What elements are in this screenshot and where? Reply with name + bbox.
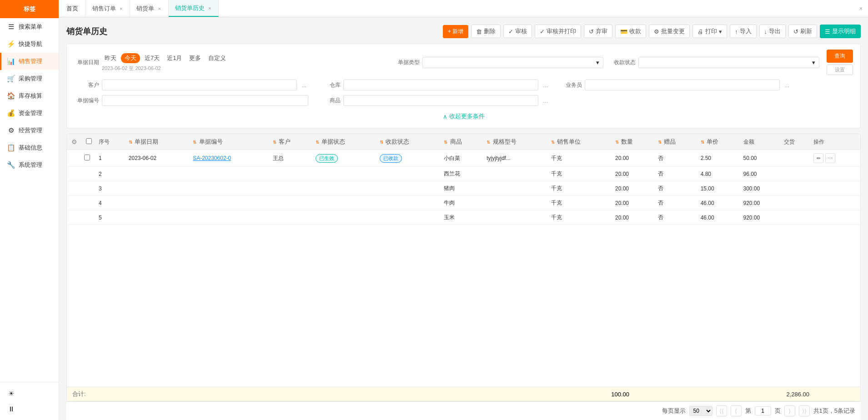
date-btn-more[interactable]: 更多 xyxy=(186,53,204,63)
refresh-button[interactable]: ↺ 刷新 xyxy=(788,25,817,38)
toolbar: + 新增 🗑 删除 ✓ 审核 ✓ 审核并打印 ↺ 弃审 xyxy=(443,25,861,38)
page-prev-button[interactable]: ⟨ xyxy=(731,405,742,416)
doc-no-input[interactable] xyxy=(102,95,308,106)
doc-type-select[interactable]: ▾ xyxy=(422,57,603,68)
select-all-checkbox[interactable] xyxy=(86,138,92,144)
per-page-select[interactable]: 50 100 xyxy=(689,406,712,416)
sidebar-item-quick-nav[interactable]: ⚡ 快捷导航 xyxy=(0,35,59,53)
page-number-input[interactable] xyxy=(755,406,771,415)
date-btn-custom[interactable]: 自定义 xyxy=(206,53,229,63)
page-last-button[interactable]: ⟩⟩ xyxy=(799,405,810,416)
filter-collect-status: 收款状态 ▾ xyxy=(611,57,819,68)
sidebar-item-search-menu[interactable]: ☰ 搜索菜单 xyxy=(0,18,59,35)
cell-doc-status-3 xyxy=(313,196,377,210)
warehouse-input[interactable] xyxy=(343,80,538,90)
cell-qty-4: 20.00 xyxy=(612,210,655,225)
th-goods[interactable]: ⇅ 商品 xyxy=(441,134,484,150)
abandon-icon: ↺ xyxy=(589,28,594,35)
sidebar-item-sales-mgmt[interactable]: 📊 销售管理 xyxy=(0,53,59,70)
cell-goods-3: 牛肉 xyxy=(441,196,484,210)
cell-no-3: 4 xyxy=(96,196,126,210)
sun-icon: ☀ xyxy=(7,390,15,398)
edit-action-button[interactable]: ✏ xyxy=(813,153,823,163)
tab-sales-goods-close[interactable]: × xyxy=(157,5,161,12)
query-button[interactable]: 查询 xyxy=(827,50,853,63)
delete-button[interactable]: 🗑 删除 xyxy=(471,25,501,38)
page-next-button[interactable]: ⟩ xyxy=(784,405,795,416)
abandon-button[interactable]: ↺ 弃审 xyxy=(584,25,612,38)
th-customer[interactable]: ⇅ 客户 xyxy=(270,134,313,150)
warehouse-label: 仓库 xyxy=(316,81,341,89)
sidebar-item-purchase-mgmt[interactable]: 🛒 采购管理 xyxy=(0,70,59,87)
sidebar-item-label: 销售管理 xyxy=(19,57,42,65)
warehouse-ellipsis[interactable]: ... xyxy=(541,82,550,89)
goods-ellipsis[interactable]: ... xyxy=(541,97,550,104)
search-menu-icon: ☰ xyxy=(7,23,15,31)
tab-sales-order-close[interactable]: × xyxy=(119,5,123,12)
sort-doc-no-icon: ⇅ xyxy=(193,140,196,145)
collapse-conditions-button[interactable]: ∧ 收起更多条件 xyxy=(74,110,853,122)
import-button[interactable]: ↑ 导入 xyxy=(730,25,757,38)
collect-status-select[interactable]: ▾ xyxy=(638,57,819,68)
batch-change-button[interactable]: ⚙ 批量变更 xyxy=(649,25,690,38)
th-price[interactable]: ⇅ 单价 xyxy=(698,134,741,150)
date-btn-today[interactable]: 今天 xyxy=(121,53,140,63)
export-button[interactable]: ↓ 导出 xyxy=(759,25,786,38)
show-details-button[interactable]: ☰ 显示明细 xyxy=(820,25,861,38)
goods-input[interactable] xyxy=(343,95,538,106)
tab-sales-goods[interactable]: 销货单 × xyxy=(130,0,168,17)
tab-sales-history-label: 销货单历史 xyxy=(175,4,205,12)
close-all-tabs-button[interactable]: × xyxy=(854,5,868,12)
salesman-ellipsis[interactable]: ... xyxy=(783,82,791,89)
audit-button[interactable]: ✓ 审核 xyxy=(503,25,532,38)
cell-gear-4 xyxy=(67,210,81,225)
th-gift[interactable]: ⇅ 赠品 xyxy=(655,134,698,150)
th-date[interactable]: ⇅ 单据日期 xyxy=(126,134,190,150)
date-btn-1month[interactable]: 近1月 xyxy=(164,53,185,63)
sidebar-item-basic-info[interactable]: 📋 基础信息 xyxy=(0,139,59,156)
cell-doc-no-0[interactable]: SA-20230602-0 xyxy=(190,150,270,167)
sidebar-item-label: 采购管理 xyxy=(19,75,42,83)
th-qty[interactable]: ⇅ 数量 xyxy=(612,134,655,150)
tab-home[interactable]: 首页 xyxy=(59,0,86,17)
salesman-input[interactable] xyxy=(585,80,780,90)
cell-date-2 xyxy=(126,181,190,196)
th-spec[interactable]: ⇅ 规格型号 xyxy=(484,134,548,150)
cell-amount-3: 920.00 xyxy=(741,196,781,210)
cell-action-2 xyxy=(811,181,860,196)
cell-collect-status-0: 已收款 xyxy=(377,150,441,167)
page-first-button[interactable]: ⟨⟨ xyxy=(716,405,727,416)
sort-goods-icon: ⇅ xyxy=(444,140,447,145)
content-area: 销货单历史 + 新增 🗑 删除 ✓ 审核 ✓ 审核并打印 ↺ 弃审 xyxy=(59,17,868,420)
th-doc-status[interactable]: ⇅ 单据状态 xyxy=(313,134,377,150)
th-unit[interactable]: ⇅ 销售单位 xyxy=(548,134,612,150)
sidebar-item-finance-mgmt[interactable]: 💰 资金管理 xyxy=(0,105,59,122)
th-doc-no[interactable]: ⇅ 单据编号 xyxy=(190,134,270,150)
sidebar-item-ops-mgmt[interactable]: ⚙ 经营管理 xyxy=(0,122,59,139)
print-button[interactable]: 🖨 打印 ▾ xyxy=(692,25,727,38)
sidebar-item-sys-mgmt[interactable]: 🔧 系统管理 xyxy=(0,156,59,174)
collapse-label: 收起更多条件 xyxy=(449,112,485,120)
tab-sales-order[interactable]: 销售订单 × xyxy=(86,0,130,17)
row-checkbox[interactable] xyxy=(84,155,90,160)
tab-sales-history-close[interactable]: × xyxy=(207,5,212,12)
collect-button[interactable]: 💳 收款 xyxy=(615,25,646,38)
th-collect-status[interactable]: ⇅ 收款状态 xyxy=(377,134,441,150)
audit-print-button[interactable]: ✓ 审核并打印 xyxy=(535,25,581,38)
tab-sales-history[interactable]: 销货单历史 × xyxy=(169,0,219,17)
cell-doc-no-1 xyxy=(190,167,270,181)
date-btn-7days[interactable]: 近7天 xyxy=(142,53,162,63)
table-row: 2 西兰花 千克 20.00 否 4.80 96.00 xyxy=(67,167,860,181)
sidebar-item-sun[interactable]: ☀ xyxy=(0,386,59,401)
more-action-button[interactable]: ⋯ xyxy=(825,153,835,163)
sidebar-item-pause[interactable]: ⏸ xyxy=(0,401,59,416)
settings-button[interactable]: 设置 xyxy=(827,65,853,75)
column-settings-icon[interactable]: ⚙ xyxy=(71,138,77,145)
customer-input[interactable] xyxy=(102,80,297,90)
sort-qty-icon: ⇅ xyxy=(615,140,619,145)
customer-ellipsis[interactable]: ... xyxy=(300,82,308,89)
new-button[interactable]: + 新增 xyxy=(443,25,468,38)
date-btn-yesterday[interactable]: 昨天 xyxy=(102,53,119,63)
doc-no-link[interactable]: SA-20230602-0 xyxy=(193,155,231,161)
sidebar-item-inventory[interactable]: 🏠 库存核算 xyxy=(0,87,59,105)
